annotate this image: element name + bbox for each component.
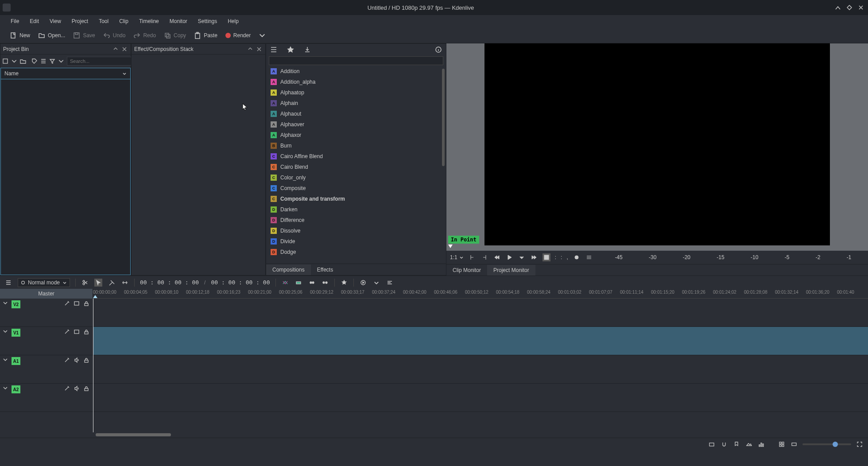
track-effects-icon[interactable]: [64, 385, 71, 392]
tab-compositions[interactable]: Compositions: [266, 264, 311, 275]
effects-search-input[interactable]: [269, 56, 443, 65]
render-dropdown[interactable]: [259, 32, 266, 39]
timecode-position[interactable]: 00 : 00 : 00 : 00: [140, 279, 199, 286]
overwrite-zone-icon[interactable]: [308, 279, 316, 287]
track-lock-icon[interactable]: [83, 385, 90, 392]
zoom-thumb[interactable]: [833, 442, 838, 447]
panel-float-icon[interactable]: [247, 46, 254, 53]
tab-effects[interactable]: Effects: [311, 264, 339, 275]
favorites-icon[interactable]: [287, 46, 294, 54]
track-header[interactable]: V1: [0, 327, 93, 355]
effect-item[interactable]: DDissolve: [266, 225, 446, 236]
paste-button[interactable]: Paste: [194, 32, 217, 39]
timeline-scrollbar[interactable]: [93, 432, 868, 438]
track-menu-icon[interactable]: [4, 279, 12, 287]
edit-mode-icon[interactable]: [542, 253, 550, 261]
track-effects-icon[interactable]: [64, 300, 71, 307]
menu-timeline[interactable]: Timeline: [134, 16, 164, 26]
menu-settings[interactable]: Settings: [193, 16, 222, 26]
track-hide-icon[interactable]: [74, 300, 81, 307]
track-header[interactable]: V2: [0, 299, 93, 327]
download-icon[interactable]: [303, 46, 311, 54]
track-hide-icon[interactable]: [74, 329, 81, 336]
timeline-ruler[interactable]: 00:00:00;0000:00:04;0500:00:08;1000:00:1…: [93, 289, 868, 299]
track-header[interactable]: A1: [0, 355, 93, 384]
bin-column-header[interactable]: Name: [0, 68, 131, 79]
effect-item[interactable]: CComposite and transform: [266, 194, 446, 204]
panel-float-icon[interactable]: [112, 46, 119, 53]
effect-item[interactable]: AAddition_alpha: [266, 77, 446, 87]
effect-item[interactable]: CComposite: [266, 183, 446, 194]
tab-project-monitor[interactable]: Project Monitor: [487, 265, 535, 276]
tag-icon[interactable]: [31, 57, 38, 65]
effect-item[interactable]: BBurn: [266, 140, 446, 151]
effect-item[interactable]: AAlphaout: [266, 109, 446, 119]
edit-mode-select[interactable]: Normal mode: [18, 278, 70, 287]
track-header[interactable]: A2: [0, 384, 93, 412]
track-lane[interactable]: [93, 299, 868, 327]
track-lock-icon[interactable]: [83, 300, 90, 307]
add-clip-icon[interactable]: [2, 57, 8, 65]
effect-item[interactable]: DDivide: [266, 236, 446, 247]
menu-help[interactable]: Help: [222, 16, 244, 26]
effect-item[interactable]: DDifference: [266, 215, 446, 225]
menu-edit[interactable]: Edit: [24, 16, 44, 26]
track-lane[interactable]: [93, 355, 868, 384]
track-expand-icon[interactable]: [3, 329, 9, 335]
effect-item[interactable]: AAlphaatop: [266, 87, 446, 98]
list-icon[interactable]: [40, 57, 46, 65]
track-effects-icon[interactable]: [64, 329, 71, 336]
effects-scrollbar[interactable]: [442, 69, 445, 166]
rewind-icon[interactable]: [493, 253, 501, 261]
zoom-slider[interactable]: [802, 443, 851, 445]
tool-select-icon[interactable]: [94, 279, 102, 287]
add-folder-icon[interactable]: [20, 57, 26, 65]
track-expand-icon[interactable]: [3, 300, 9, 307]
master-track-header[interactable]: Master: [0, 289, 93, 299]
menu-icon[interactable]: [585, 253, 593, 261]
zoom-select[interactable]: 1:1: [450, 254, 464, 260]
track-mute-icon[interactable]: [74, 357, 81, 364]
panel-close-icon[interactable]: [121, 46, 128, 53]
effect-item[interactable]: AAlphaover: [266, 119, 446, 130]
grid-icon[interactable]: [778, 440, 786, 448]
settings-icon[interactable]: [386, 279, 394, 287]
mix-icon[interactable]: [281, 279, 289, 287]
forward-icon[interactable]: [530, 253, 538, 261]
menu-file[interactable]: File: [5, 16, 24, 26]
effect-item[interactable]: CCairo Affine Blend: [266, 151, 446, 162]
menu-tool[interactable]: Tool: [93, 16, 114, 26]
snap-icon[interactable]: [720, 440, 728, 448]
zone-in-icon[interactable]: [468, 253, 476, 261]
info-icon[interactable]: [434, 46, 442, 54]
track-expand-icon[interactable]: [3, 357, 9, 363]
effect-item[interactable]: DDodge: [266, 247, 446, 257]
extract-zone-icon[interactable]: [321, 279, 329, 287]
bin-search-input[interactable]: [67, 57, 134, 66]
effect-item[interactable]: AAddition: [266, 66, 446, 77]
minimize-button[interactable]: [833, 3, 842, 12]
fit-zoom-icon[interactable]: [790, 440, 798, 448]
track-lane[interactable]: [93, 327, 868, 355]
undo-button[interactable]: Undo: [103, 32, 126, 39]
filter-dropdown-icon[interactable]: [58, 57, 64, 65]
preview-render-icon[interactable]: [359, 279, 367, 287]
open-button[interactable]: Open...: [38, 32, 65, 39]
play-dropdown-icon[interactable]: [518, 253, 526, 261]
track-lanes[interactable]: [93, 299, 868, 432]
preview-dropdown-icon[interactable]: [372, 279, 380, 287]
monitor-playhead-icon[interactable]: [448, 245, 453, 248]
play-icon[interactable]: [505, 253, 513, 261]
list-view-icon[interactable]: [270, 46, 278, 54]
tool-spacer-icon[interactable]: [121, 279, 129, 287]
show-thumbs-icon[interactable]: [745, 440, 753, 448]
loop-icon[interactable]: [573, 253, 581, 261]
effect-item[interactable]: DDarken: [266, 204, 446, 215]
effects-list[interactable]: AAdditionAAddition_alphaAAlphaatopAAlpha…: [266, 66, 446, 264]
status-icon-1[interactable]: [708, 440, 716, 448]
close-button[interactable]: [856, 3, 865, 12]
effect-item[interactable]: AAlphain: [266, 98, 446, 109]
track-lane[interactable]: [93, 384, 868, 412]
monitor-track[interactable]: [446, 245, 868, 251]
menu-clip[interactable]: Clip: [114, 16, 134, 26]
